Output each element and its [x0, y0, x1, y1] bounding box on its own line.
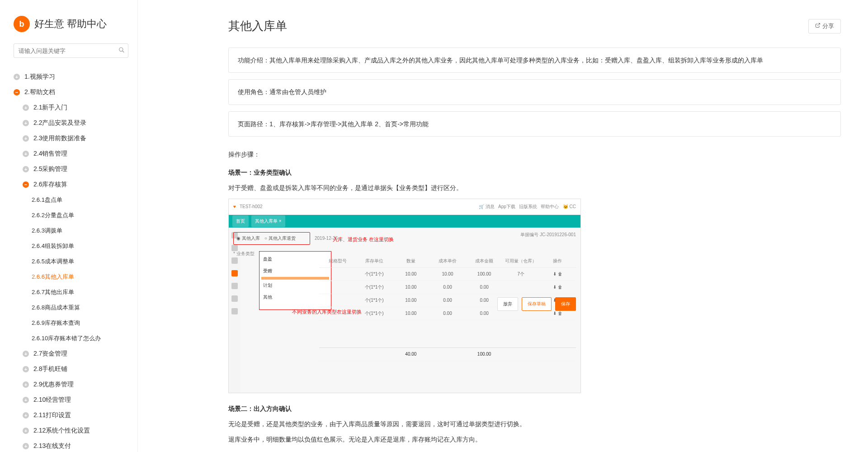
- expand-icon: [23, 120, 29, 126]
- path-label: 页面路径：: [238, 120, 269, 128]
- expand-icon: [23, 166, 29, 172]
- radio-return: 其他入库退货: [269, 236, 296, 241]
- nav-tree: 1.视频学习2.帮助文档2.1新手入门2.2产品安装及登录2.3使用前数据准备2…: [14, 69, 128, 452]
- sum-qty: 40.00: [392, 350, 429, 359]
- nav-item[interactable]: 2.6库存核算: [14, 177, 128, 192]
- embedded-screenshot: ♥ TEST-h002 🛒 消息 App下载 旧版系统 帮助中心 🐱 CC 首页…: [228, 199, 581, 393]
- collapse-icon: [23, 181, 29, 188]
- nav-item[interactable]: 2.6.4组装拆卸单: [14, 238, 128, 254]
- intro-box: 功能介绍：其他入库单用来处理除采购入库、产成品入库之外的其他入库业务，因此其他入…: [228, 48, 841, 73]
- intro-label: 功能介绍：: [238, 57, 269, 64]
- nav-label: 2.6.7其他出库单: [32, 288, 74, 296]
- role-label: 使用角色：: [238, 88, 269, 95]
- scene2-text2: 退库业务中，明细数量均以负值红色展示。无论是入库还是退库，库存账均记在入库方向。: [228, 433, 841, 446]
- svg-line-1: [123, 51, 124, 52]
- role-text: 通常由仓管人员维护: [269, 88, 326, 95]
- site-title: 好生意 帮助中心: [34, 17, 107, 31]
- nav-item[interactable]: 2.5采购管理: [14, 162, 128, 177]
- nav-item[interactable]: 2.6.8商品成本重算: [14, 300, 128, 315]
- nav-item[interactable]: 2.6.2分量盘点单: [14, 208, 128, 223]
- nav-label: 2.6.1盘点单: [32, 196, 62, 204]
- role-box: 使用角色：通常由仓管人员维护: [228, 79, 841, 105]
- expand-icon: [23, 443, 29, 449]
- expand-icon: [23, 428, 29, 434]
- topbar-icons: 🛒 消息 App下载 旧版系统 帮助中心 🐱 CC: [479, 202, 576, 211]
- nav-label: 2.11打印设置: [33, 411, 71, 419]
- nav-label: 2.12系统个性化设置: [33, 427, 90, 435]
- nav-item[interactable]: 2.6.7其他出库单: [14, 285, 128, 300]
- search-icon[interactable]: [118, 47, 125, 55]
- nav-item[interactable]: 2.6.6其他入库单: [14, 269, 128, 285]
- nav-label: 1.视频学习: [24, 73, 55, 81]
- nav-label: 2.6.6其他入库单: [32, 273, 74, 281]
- path-text: 1、库存核算->库存管理->其他入库单 2、首页->常用功能: [269, 120, 429, 128]
- nav-item[interactable]: 2.6.10库存账本错了怎么办: [14, 331, 128, 346]
- path-box: 页面路径：1、库存核算->库存管理->其他入库单 2、首页->常用功能: [228, 111, 841, 137]
- btn-cancel: 放弃: [497, 297, 518, 311]
- nav-label: 2.6.10库存账本错了怎么办: [32, 334, 101, 343]
- search-box: [14, 43, 128, 58]
- sidebar: b 好生意 帮助中心 1.视频学习2.帮助文档2.1新手入门2.2产品安装及登录…: [0, 0, 138, 452]
- radio-in: 其他入库: [242, 236, 260, 241]
- nav-item[interactable]: 2.6.5成本调整单: [14, 254, 128, 269]
- nav-item[interactable]: 2.1新手入门: [14, 100, 128, 115]
- nav-item[interactable]: 2.8手机旺铺: [14, 362, 128, 377]
- btn-save: 保存: [555, 297, 576, 311]
- expand-icon: [23, 135, 29, 142]
- annotation-1: 入库、退货业务 在这里切换: [333, 234, 394, 244]
- nav-label: 2.6.9库存账本查询: [32, 319, 80, 327]
- nav-item[interactable]: 2.6.3调拨单: [14, 223, 128, 238]
- expand-icon: [23, 351, 29, 357]
- collapse-icon: [14, 89, 20, 95]
- nav-item[interactable]: 2.13在线支付: [14, 438, 128, 452]
- nav-item[interactable]: 2.12系统个性化设置: [14, 423, 128, 438]
- svg-point-0: [119, 48, 123, 51]
- intro-text: 其他入库单用来处理除采购入库、产成品入库之外的其他入库业务，因此其他入库单可处理…: [269, 57, 763, 64]
- expand-icon: [14, 74, 20, 80]
- nav-item[interactable]: 2.6.1盘点单: [14, 192, 128, 208]
- share-label: 分享: [822, 22, 834, 30]
- nav-label: 2.6.4组装拆卸单: [32, 242, 74, 250]
- scene1-text: 对于受赠、盘盈或是拆装入库等不同的业务，是通过单据头【业务类型】进行区分。: [228, 181, 841, 194]
- doc-type-radio: ◉ 其他入库 ○ 其他入库退货: [233, 232, 310, 245]
- nav-label: 2.8手机旺铺: [33, 365, 67, 373]
- scene2-text1: 无论是受赠，还是其他类型的业务，由于入库商品质量等原因，需要退回，这时可通过单据…: [228, 418, 841, 430]
- nav-label: 2.9优惠券管理: [33, 381, 74, 389]
- share-button[interactable]: 分享: [808, 19, 841, 33]
- nav-label: 2.5采购管理: [33, 165, 67, 173]
- expand-icon: [23, 381, 29, 388]
- nav-item[interactable]: 2.6.9库存账本查询: [14, 315, 128, 331]
- scene1-title: 场景一：业务类型确认: [228, 166, 841, 179]
- nav-label: 2.10经营管理: [33, 396, 71, 404]
- expand-icon: [23, 366, 29, 372]
- nav-label: 2.4销售管理: [33, 150, 67, 158]
- page-title: 其他入库单: [228, 18, 287, 34]
- nav-item[interactable]: 2.4销售管理: [14, 146, 128, 162]
- nav-label: 2.3使用前数据准备: [33, 134, 86, 143]
- expand-icon: [23, 151, 29, 157]
- nav-item[interactable]: 2.帮助文档: [14, 85, 128, 100]
- nav-item[interactable]: 2.10经营管理: [14, 392, 128, 408]
- scene2-title: 场景二：出入方向确认: [228, 402, 841, 415]
- env-label: TEST-h002: [240, 202, 263, 211]
- content-body: 操作步骤： 场景一：业务类型确认 对于受赠、盘盈或是拆装入库等不同的业务，是通过…: [228, 148, 841, 452]
- logo-icon: b: [14, 16, 30, 32]
- expand-icon: [23, 105, 29, 111]
- nav-label: 2.6.8商品成本重算: [32, 304, 80, 312]
- nav-label: 2.6.5成本调整单: [32, 257, 74, 266]
- nav-item[interactable]: 2.7资金管理: [14, 346, 128, 362]
- search-input[interactable]: [14, 43, 128, 58]
- share-icon: [815, 23, 821, 29]
- nav-item[interactable]: 2.3使用前数据准备: [14, 131, 128, 146]
- nav-label: 2.6库存核算: [33, 181, 67, 189]
- nav-label: 2.1新手入门: [33, 104, 67, 112]
- nav-label: 2.6.2分量盘点单: [32, 211, 74, 219]
- nav-item[interactable]: 1.视频学习: [14, 69, 128, 85]
- nav-item[interactable]: 2.9优惠券管理: [14, 377, 128, 392]
- doc-no: 单据编号 JC-20191226-001: [520, 230, 576, 239]
- nav-item[interactable]: 2.11打印设置: [14, 408, 128, 423]
- nav-item[interactable]: 2.2产品安装及登录: [14, 115, 128, 131]
- nav-label: 2.13在线支付: [33, 442, 71, 450]
- steps-heading: 操作步骤：: [228, 148, 841, 161]
- logo: b 好生意 帮助中心: [14, 16, 128, 32]
